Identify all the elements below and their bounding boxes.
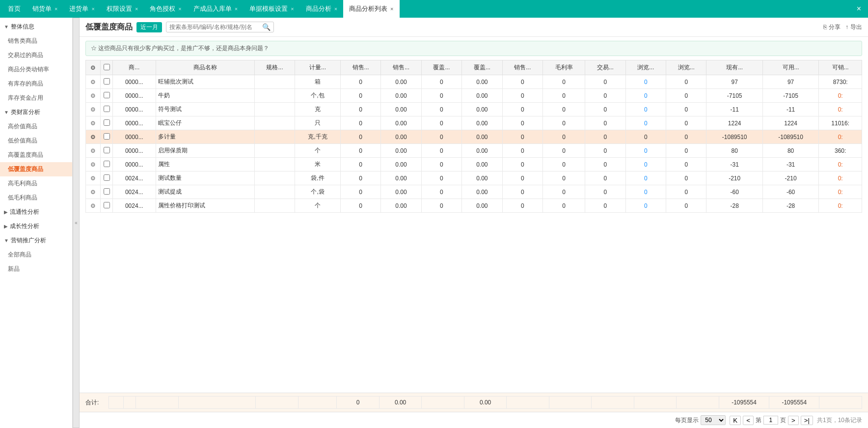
col-trans[interactable]: 交易... — [585, 60, 625, 75]
search-icon[interactable]: 🔍 — [262, 23, 271, 31]
sidebar-item-low-cover[interactable]: 低覆盖度商品 — [0, 162, 72, 176]
col-browse2[interactable]: 浏览... — [666, 60, 706, 75]
nav-sales[interactable]: 销货单 × — [27, 0, 63, 18]
row-check[interactable] — [101, 185, 113, 199]
row-check[interactable] — [101, 158, 113, 171]
row-settings[interactable]: ⚙ — [86, 158, 101, 171]
col-check[interactable] — [101, 60, 113, 75]
row-check[interactable] — [101, 144, 113, 158]
sidebar-item-stock-capital[interactable]: 库存资金占用 — [0, 91, 72, 105]
row-check[interactable] — [101, 89, 113, 103]
row-cover1: 0 — [421, 185, 461, 199]
row-browse1[interactable]: 0 — [625, 116, 666, 130]
last-page-btn[interactable]: >| — [801, 416, 813, 425]
nav-template-close[interactable]: × — [291, 6, 294, 12]
sidebar-item-new-goods[interactable]: 新品 — [0, 262, 72, 276]
sidebar-group-growth[interactable]: ▶ 成长性分析 — [0, 219, 72, 233]
col-sales-amt[interactable]: 销售... — [381, 60, 421, 75]
sidebar-item-low-value[interactable]: 低价值商品 — [0, 134, 72, 148]
nav-analysis[interactable]: 商品分析 × — [300, 0, 343, 18]
row-stock1: -1089510 — [706, 130, 762, 144]
sidebar-item-category-rate[interactable]: 商品分类动销率 — [0, 62, 72, 77]
sidebar-group-circulation[interactable]: ▶ 流通性分析 — [0, 205, 72, 219]
col-code[interactable]: 商... — [113, 60, 156, 75]
row-browse1[interactable]: 0 — [625, 144, 666, 158]
nav-analysis-list[interactable]: 商品分析列表 × — [343, 0, 399, 18]
nav-home[interactable]: 首页 — [2, 0, 27, 18]
row-browse1[interactable]: 0 — [625, 89, 666, 103]
row-settings[interactable]: ⚙ — [86, 75, 101, 89]
row-browse1[interactable]: 0 — [625, 75, 666, 89]
row-check[interactable] — [101, 116, 113, 130]
row-settings[interactable]: ⚙ — [86, 130, 101, 144]
page-input[interactable] — [763, 416, 778, 425]
nav-template[interactable]: 单据模板设置 × — [244, 0, 299, 18]
row-browse1[interactable]: 0 — [625, 130, 666, 144]
row-check[interactable] — [101, 171, 113, 185]
sidebar-item-sales-goods[interactable]: 销售类商品 — [0, 34, 72, 48]
nav-production-close[interactable]: × — [235, 6, 238, 12]
nav-purchase-close[interactable]: × — [91, 6, 94, 12]
next-page-btn[interactable]: > — [788, 416, 799, 425]
row-spec — [254, 75, 295, 89]
window-close-btn[interactable]: × — [852, 4, 866, 13]
row-check[interactable] — [101, 130, 113, 144]
row-settings[interactable]: ⚙ — [86, 185, 101, 199]
row-settings[interactable]: ⚙ — [86, 116, 101, 130]
nav-permissions-close[interactable]: × — [135, 6, 138, 12]
nav-roles[interactable]: 角色授权 × — [144, 0, 187, 18]
col-sales2[interactable]: 销售... — [502, 60, 542, 75]
share-btn[interactable]: ⎘ 分享 — [823, 23, 841, 31]
sidebar-collapse-btn[interactable]: « — [73, 18, 80, 428]
col-unit[interactable]: 计量... — [295, 60, 341, 75]
sidebar-item-high-value[interactable]: 高价值商品 — [0, 119, 72, 134]
first-page-btn[interactable]: K — [730, 416, 741, 425]
row-settings[interactable]: ⚙ — [86, 103, 101, 116]
col-spec[interactable]: 规格... — [254, 60, 295, 75]
row-browse1[interactable]: 0 — [625, 185, 666, 199]
sidebar-item-low-profit[interactable]: 低毛利商品 — [0, 191, 72, 205]
date-filter-btn[interactable]: 近一月 — [136, 22, 162, 32]
row-settings[interactable]: ⚙ — [86, 199, 101, 213]
row-check[interactable] — [101, 199, 113, 213]
col-sales-qty[interactable]: 销售... — [340, 60, 380, 75]
row-browse1[interactable]: 0 — [625, 158, 666, 171]
per-page-select[interactable]: 50 100 200 — [701, 415, 726, 425]
search-input[interactable] — [169, 24, 262, 30]
row-check[interactable] — [101, 103, 113, 116]
nav-analysis-list-close[interactable]: × — [390, 6, 393, 12]
row-browse1[interactable]: 0 — [625, 103, 666, 116]
nav-purchase[interactable]: 进货单 × — [63, 0, 100, 18]
nav-production[interactable]: 产成品入库单 × — [188, 0, 244, 18]
sidebar-group-wealth[interactable]: ▼ 类财富分析 — [0, 105, 72, 119]
sidebar-group-marketing[interactable]: ▼ 营销推广分析 — [0, 233, 72, 248]
sidebar-item-stock-goods[interactable]: 有库存的商品 — [0, 77, 72, 91]
col-usable[interactable]: 可用... — [762, 60, 818, 75]
sidebar-item-high-profit[interactable]: 高毛利商品 — [0, 176, 72, 191]
export-btn[interactable]: ↑ 导出 — [845, 23, 862, 31]
sidebar-item-high-cover[interactable]: 高覆盖度商品 — [0, 148, 72, 162]
row-settings[interactable]: ⚙ — [86, 144, 101, 158]
col-browse1[interactable]: 浏览... — [625, 60, 666, 75]
col-settings[interactable]: ⚙ — [86, 60, 101, 75]
row-browse1[interactable]: 0 — [625, 199, 666, 213]
nav-permissions[interactable]: 权限设置 × — [101, 0, 144, 18]
sidebar-item-traded-goods[interactable]: 交易过的商品 — [0, 48, 72, 62]
col-stock1[interactable]: 现有... — [706, 60, 762, 75]
col-sellable[interactable]: 可销... — [819, 60, 862, 75]
sidebar-item-all-goods[interactable]: 全部商品 — [0, 248, 72, 262]
col-cover2[interactable]: 覆盖... — [462, 60, 502, 75]
nav-analysis-close[interactable]: × — [334, 6, 337, 12]
row-browse1[interactable]: 0 — [625, 171, 666, 185]
prev-page-btn[interactable]: < — [743, 416, 754, 425]
sidebar-group-overall[interactable]: ▼ 整体信息 — [0, 20, 72, 34]
col-cover1[interactable]: 覆盖... — [421, 60, 461, 75]
row-settings[interactable]: ⚙ — [86, 89, 101, 103]
col-name[interactable]: 商品名称 — [156, 60, 254, 75]
row-settings[interactable]: ⚙ — [86, 171, 101, 185]
nav-roles-close[interactable]: × — [178, 6, 181, 12]
col-gross-rate[interactable]: 毛利率 — [542, 60, 585, 75]
nav-sales-close[interactable]: × — [54, 6, 57, 12]
row-check[interactable] — [101, 75, 113, 89]
check-all[interactable] — [104, 64, 110, 70]
